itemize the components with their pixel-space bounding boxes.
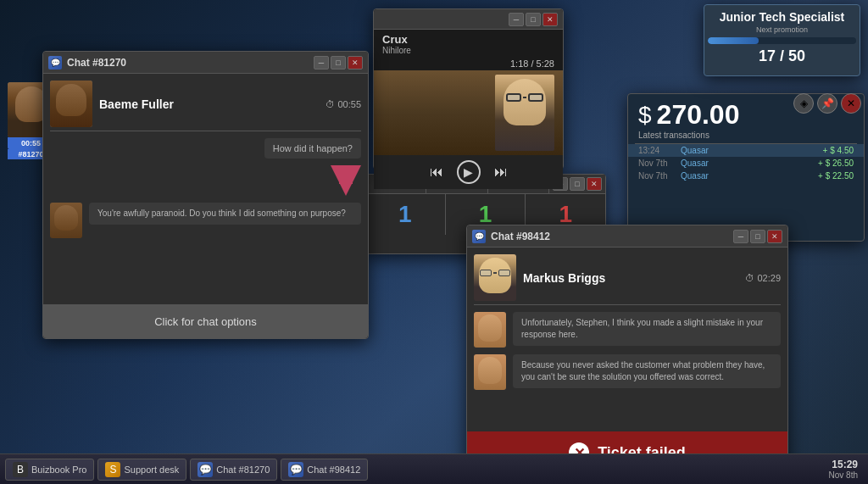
clock-date: Nov 8th <box>829 470 858 480</box>
chat-msg-2: You're awfully paranoid. Do you think I … <box>50 203 361 238</box>
chat-81270-controls[interactable]: ─ □ ✕ <box>314 56 363 70</box>
chat-81270-maximize[interactable]: □ <box>331 56 346 70</box>
media-video-area <box>374 70 563 155</box>
chat-81270-messages: How did it happen? You're awfully parano… <box>43 131 368 245</box>
media-skip-back-btn[interactable]: ⏮ <box>430 164 443 180</box>
rank-title: Junior Tech Specialist <box>704 5 860 25</box>
media-player-window: ─ □ ✕ Crux Nihilore 1:18 / 5:28 ⏮ ▶ ⏭ <box>373 8 564 170</box>
system-icons[interactable]: ◈ 📌 ✕ <box>793 93 861 114</box>
chat-98412-controls[interactable]: ─ □ ✕ <box>733 230 782 243</box>
chat-81270-footer[interactable]: Click for chat options <box>43 304 368 338</box>
money-amount: 270.00 <box>657 99 740 131</box>
chat-81270-title-icon: 💬 <box>48 56 62 70</box>
chat-98412-taskbar-icon: 💬 <box>288 462 303 477</box>
system-close-btn[interactable]: ✕ <box>841 93 861 114</box>
chat-98412-messages: Unfortunately, Stephen, I think you made… <box>467 305 787 397</box>
chat-98412-msg1-avatar <box>474 312 506 348</box>
taskbar-clock: 15:29 Nov 8th <box>829 459 865 480</box>
rank-subtitle: Next promotion <box>704 25 860 34</box>
clock-time: 15:29 <box>829 459 858 470</box>
tx-name-3: Quasar <box>681 171 818 181</box>
tx-date-3: Nov 7th <box>638 171 681 181</box>
media-play-btn[interactable]: ▶ <box>457 160 481 184</box>
gem-icon[interactable]: ◈ <box>793 93 814 114</box>
transaction-row-2: Nov 7th Quasar + $ 26.50 <box>628 157 864 170</box>
clock-icon-2: ⏱ <box>745 273 754 283</box>
chat-81270-name: Baeme Fuller <box>99 97 319 111</box>
chat-81270-title: Chat #81270 <box>67 57 314 69</box>
media-titlebar: ─ □ ✕ <box>374 9 563 30</box>
lightning-icon <box>331 165 361 196</box>
media-minimize-btn[interactable]: ─ <box>509 13 524 26</box>
media-photo <box>495 75 554 151</box>
chat-98412-minimize[interactable]: ─ <box>733 230 748 243</box>
dollar-sign: $ <box>638 102 652 129</box>
tx-name-1: Quasar <box>681 146 823 155</box>
media-maximize-btn[interactable]: □ <box>526 13 541 26</box>
media-controls[interactable]: ⏮ ▶ ⏭ <box>374 155 563 189</box>
media-window-controls[interactable]: ─ □ ✕ <box>509 13 558 26</box>
tx-date-1: 13:24 <box>638 146 681 155</box>
chat-98412-maximize[interactable]: □ <box>750 230 765 243</box>
media-person-name: Crux <box>374 30 563 46</box>
chat-81270-timer: ⏱ 00:55 <box>326 99 361 109</box>
tasks-close[interactable]: ✕ <box>587 177 602 191</box>
chat-81270-minimize[interactable]: ─ <box>314 56 329 70</box>
tasks-maximize[interactable]: □ <box>570 177 585 191</box>
rank-widget: Junior Tech Specialist Next promotion 17… <box>704 4 860 76</box>
rank-progress-bar <box>708 37 856 44</box>
chat-98412-msg-1: Unfortunately, Stephen, I think you made… <box>474 312 781 348</box>
tx-amount-2: + $ 26.50 <box>818 159 854 168</box>
tasks-doing-count: 1 <box>365 194 446 235</box>
chat-98412-title-icon: 💬 <box>472 230 486 243</box>
chat-98412-titlebar: 💬 Chat #98412 ─ □ ✕ <box>467 225 787 248</box>
transaction-row-1: 13:24 Quasar + $ 4.50 <box>628 144 864 157</box>
tx-date-2: Nov 7th <box>638 159 681 168</box>
tx-amount-1: + $ 4.50 <box>823 146 854 155</box>
rank-numbers: 17 / 50 <box>704 47 860 69</box>
taskbar-chat-81270-label: Chat #81270 <box>216 465 270 475</box>
taskbar-support[interactable]: S Support desk <box>97 459 186 481</box>
chat-98412-msg1-text: Unfortunately, Stephen, I think you made… <box>513 312 781 346</box>
chat-98412-name: Markus Briggs <box>523 271 738 285</box>
tx-name-2: Quasar <box>681 159 818 168</box>
chat-98412-close[interactable]: ✕ <box>767 230 782 243</box>
chat-98412-window: 💬 Chat #98412 ─ □ ✕ Markus Briggs ⏱ 02:2… <box>466 225 788 475</box>
chat-81270-close[interactable]: ✕ <box>348 56 363 70</box>
chat-81270-titlebar: 💬 Chat #81270 ─ □ ✕ <box>43 52 368 74</box>
transaction-row-3: Nov 7th Quasar + $ 22.50 <box>628 170 864 182</box>
chat-98412-msg-2: Because you never asked the customer wha… <box>474 354 781 390</box>
chat-98412-msg2-text: Because you never asked the customer wha… <box>513 354 781 388</box>
taskbar-chat-81270[interactable]: 💬 Chat #81270 <box>190 459 277 481</box>
media-time-display: 1:18 / 5:28 <box>374 57 563 70</box>
taskbar-support-label: Support desk <box>124 465 179 475</box>
chat-98412-timer: ⏱ 02:29 <box>745 273 781 283</box>
clock-icon: ⏱ <box>326 99 335 109</box>
money-label: Latest transactions <box>628 131 864 143</box>
media-person-sub: Nihilore <box>374 46 563 57</box>
taskbar-chat-98412-label: Chat #98412 <box>307 465 360 475</box>
lightning-container <box>50 165 361 196</box>
chat-81270-window: 💬 Chat #81270 ─ □ ✕ Baeme Fuller ⏱ 00:55… <box>42 51 369 339</box>
chat-98412-avatar <box>474 254 516 301</box>
chat-98412-title: Chat #98412 <box>491 231 733 242</box>
taskbar-chat-98412[interactable]: 💬 Chat #98412 <box>281 459 368 481</box>
chat-msg-1: How did it happen? <box>50 138 361 159</box>
chat-msg-2-text: You're awfully paranoid. Do you think I … <box>89 203 361 225</box>
money-widget: $ 270.00 Latest transactions 13:24 Quasa… <box>627 93 865 242</box>
buizbook-icon: B <box>13 462 28 477</box>
support-icon: S <box>105 462 120 477</box>
rank-progress-fill <box>708 37 759 44</box>
chat-msg-2-avatar <box>50 203 82 238</box>
chat-81270-taskbar-icon: 💬 <box>198 462 213 477</box>
chat-msg-1-text: How did it happen? <box>264 138 361 159</box>
tx-amount-3: + $ 22.50 <box>818 171 854 181</box>
chat-98412-msg2-avatar <box>474 354 506 390</box>
taskbar: B Buizbook Pro S Support desk 💬 Chat #81… <box>0 453 868 484</box>
taskbar-buizbook[interactable]: B Buizbook Pro <box>5 459 94 481</box>
pin-icon[interactable]: 📌 <box>817 93 837 114</box>
media-skip-fwd-btn[interactable]: ⏭ <box>494 164 508 180</box>
media-close-btn[interactable]: ✕ <box>542 13 558 26</box>
taskbar-buizbook-label: Buizbook Pro <box>31 465 86 475</box>
chat-81270-avatar <box>50 81 92 127</box>
